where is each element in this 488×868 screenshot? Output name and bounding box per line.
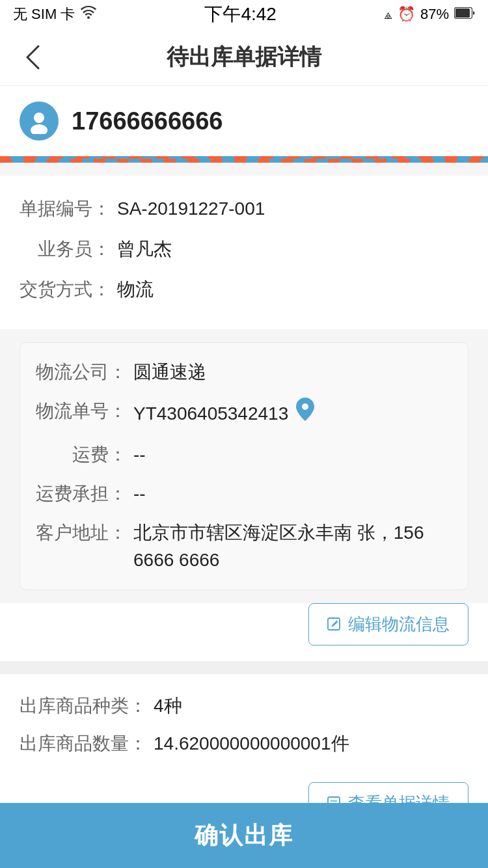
battery-icon xyxy=(454,6,475,23)
edit-logistics-button[interactable]: 编辑物流信息 xyxy=(308,603,468,645)
order-no-value: SA-20191227-001 xyxy=(117,195,468,223)
dashed-divider xyxy=(0,159,488,163)
goods-types-label: 出库商品种类： xyxy=(20,694,147,718)
edit-icon xyxy=(327,617,342,632)
location-active-icon: ⟁ xyxy=(384,6,392,23)
customer-header: 17666666666 xyxy=(0,86,488,159)
svg-point-2 xyxy=(34,113,44,123)
order-no-label: 单据编号： xyxy=(20,195,111,223)
alarm-icon: ⏰ xyxy=(398,6,415,23)
logistics-address-row: 客户地址： 北京市市辖区海淀区永丰南 张，156 6666 6666 xyxy=(36,519,452,574)
logistics-company-row: 物流公司： 圆通速递 xyxy=(36,359,452,386)
salesman-label: 业务员： xyxy=(20,236,111,263)
nav-bar: 待出库单据详情 xyxy=(0,29,488,86)
map-pin-icon[interactable] xyxy=(296,398,314,429)
logistics-company-value: 圆通速递 xyxy=(133,359,452,386)
goods-section: 出库商品种类： 4种 出库商品数量： 14.620000000000001件 xyxy=(0,674,488,782)
logistics-card: 物流公司： 圆通速递 物流单号： YT4306405342413 运费： -- … xyxy=(20,342,468,590)
logistics-freight-bear-value: -- xyxy=(133,480,452,508)
confirm-button-label: 确认出库 xyxy=(195,820,293,852)
logistics-tracking-value: YT4306405342413 xyxy=(133,398,452,429)
salesman-value: 曾凡杰 xyxy=(117,236,468,263)
status-right: ⟁ ⏰ 87% xyxy=(384,6,475,23)
status-left: 无 SIM 卡 xyxy=(13,5,97,24)
svg-rect-1 xyxy=(455,8,470,18)
edit-logistics-label: 编辑物流信息 xyxy=(348,613,450,636)
back-button[interactable] xyxy=(13,38,52,77)
goods-types-value: 4种 xyxy=(154,694,182,718)
order-no-row: 单据编号： SA-20191227-001 xyxy=(20,195,468,223)
logistics-freight-value: -- xyxy=(133,441,452,468)
time-display: 下午4:42 xyxy=(204,2,277,27)
delivery-value: 物流 xyxy=(117,276,468,303)
edit-logistics-area: 编辑物流信息 xyxy=(0,603,488,661)
goods-quantity-value: 14.620000000000001件 xyxy=(154,731,349,756)
logistics-address-label: 客户地址： xyxy=(36,519,127,547)
delivery-label: 交货方式： xyxy=(20,276,111,303)
goods-types-row: 出库商品种类： 4种 xyxy=(20,694,468,718)
logistics-freight-label: 运费： xyxy=(36,441,127,468)
salesman-row: 业务员： 曾凡杰 xyxy=(20,236,468,263)
status-bar: 无 SIM 卡 下午4:42 ⟁ ⏰ 87% xyxy=(0,0,488,29)
goods-quantity-row: 出库商品数量： 14.620000000000001件 xyxy=(20,731,468,756)
wifi-icon xyxy=(80,6,97,23)
delivery-row: 交货方式： 物流 xyxy=(20,276,468,303)
svg-point-3 xyxy=(31,124,47,134)
logistics-freight-row: 运费： -- xyxy=(36,441,452,468)
section-divider xyxy=(0,661,488,674)
order-info-section: 单据编号： SA-20191227-001 业务员： 曾凡杰 交货方式： 物流 xyxy=(0,176,488,329)
avatar xyxy=(20,102,59,141)
logistics-company-label: 物流公司： xyxy=(36,359,127,386)
confirm-button[interactable]: 确认出库 xyxy=(0,803,488,868)
battery-text: 87% xyxy=(420,6,449,23)
goods-quantity-label: 出库商品数量： xyxy=(20,731,147,756)
logistics-tracking-row: 物流单号： YT4306405342413 xyxy=(36,398,452,429)
logistics-address-value: 北京市市辖区海淀区永丰南 张，156 6666 6666 xyxy=(133,519,452,574)
logistics-tracking-label: 物流单号： xyxy=(36,398,127,425)
logistics-freight-bear-row: 运费承担： -- xyxy=(36,480,452,508)
page-title: 待出库单据详情 xyxy=(167,42,321,72)
carrier-text: 无 SIM 卡 xyxy=(13,5,75,24)
logistics-freight-bear-label: 运费承担： xyxy=(36,480,127,508)
customer-phone: 17666666666 xyxy=(72,107,223,135)
